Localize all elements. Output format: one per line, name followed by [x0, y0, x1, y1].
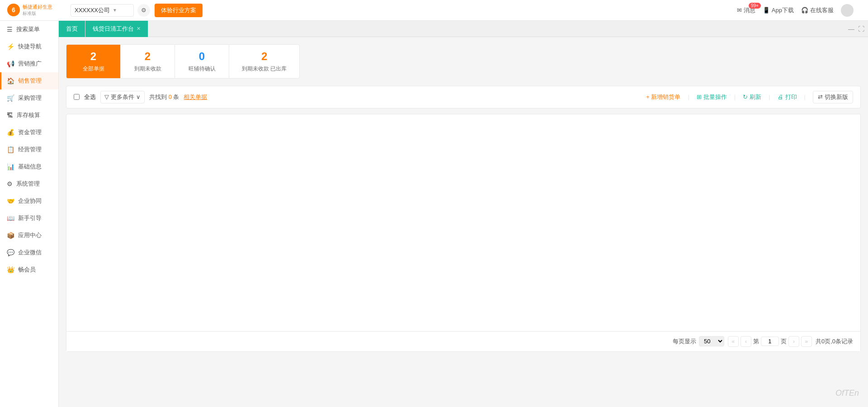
page-size-selector: 每页显示 50 20 100 — [673, 336, 724, 346]
online-service-label: 在线客服 — [810, 6, 834, 14]
sidebar-icon-wechat: 💬 — [7, 249, 14, 256]
sidebar-label-shortcut: 快捷导航 — [18, 42, 42, 51]
sidebar-icon-marketing: 📢 — [7, 60, 14, 67]
sidebar-label-enterprise: 企业协同 — [18, 197, 42, 205]
first-page-button[interactable]: « — [728, 336, 739, 347]
sidebar-icon-sales: 🏠 — [7, 77, 14, 84]
select-all-checkbox[interactable] — [74, 94, 80, 100]
sidebar-icon-appstore: 📦 — [7, 232, 14, 239]
sidebar-item-member[interactable]: 👑 畅会员 — [0, 261, 58, 278]
tab-home-label: 首页 — [66, 25, 78, 33]
stat-pending-number: 0 — [188, 50, 216, 63]
page-size-select[interactable]: 50 20 100 — [699, 336, 724, 346]
stat-overdue-unpaid[interactable]: 2 到期未收款 — [121, 45, 175, 78]
sidebar-item-marketing[interactable]: 📢 营销推广 — [0, 55, 58, 72]
sidebar-icon-inventory: 🏗 — [7, 112, 13, 119]
experience-button[interactable]: 体验行业方案 — [155, 4, 203, 17]
filter-label: 更多条件 — [111, 93, 134, 101]
sidebar-icon-system: ⚙ — [7, 180, 13, 187]
stat-all-number: 2 — [79, 50, 108, 63]
stat-all[interactable]: 2 全部单据 — [66, 45, 121, 78]
last-page-button[interactable]: » — [801, 336, 812, 347]
page-label-end: 页 — [781, 337, 787, 346]
batch-operation-button[interactable]: ⊞ 批量操作 — [697, 93, 727, 101]
user-avatar[interactable] — [841, 4, 854, 17]
stat-pending-label: 旺辅待确认 — [188, 65, 216, 73]
message-icon: ✉ — [737, 7, 742, 14]
settings-button[interactable]: ⚙ — [137, 4, 150, 17]
sidebar-item-finance[interactable]: 💰 资金管理 — [0, 124, 58, 141]
stat-all-label: 全部单据 — [79, 65, 108, 73]
sidebar-label-sales: 销售管理 — [18, 77, 42, 85]
sidebar-label-finance: 资金管理 — [18, 128, 42, 136]
sidebar-label-search: 搜索菜单 — [16, 25, 40, 33]
sidebar-item-guide[interactable]: 📖 新手引导 — [0, 210, 58, 227]
toolbar-left: 全选 ▽ 更多条件 ∨ 共找到 0 条 相关单据 — [74, 91, 641, 103]
switch-version-button[interactable]: ⇄ 切换新版 — [813, 91, 853, 103]
sidebar-item-shortcut[interactable]: ⚡ 快捷导航 — [0, 38, 58, 55]
app-download-button[interactable]: 📱 App下载 — [763, 6, 794, 14]
sidebar-item-appstore[interactable]: 📦 应用中心 — [0, 227, 58, 244]
logo-area: 6 畅捷通好生意 标准版 — [7, 4, 66, 16]
sidebar-item-inventory[interactable]: 🏗 库存核算 — [0, 107, 58, 124]
tab-expand-icon[interactable]: ⛶ — [858, 25, 864, 33]
stats-cards: 2 全部单据 2 到期未收款 0 旺辅待确认 2 到期未收款 已出库 — [66, 44, 300, 79]
sidebar-icon-purchase: 🛒 — [7, 94, 14, 102]
header-right: ✉ 消息 99+ 📱 App下载 🎧 在线客服 — [737, 4, 861, 17]
sidebar-label-inventory: 库存核算 — [17, 111, 40, 119]
pagination: 每页显示 50 20 100 « ‹ 第 页 › » 共0页,0条记录 — [66, 331, 860, 351]
online-service-button[interactable]: 🎧 在线客服 — [801, 6, 834, 14]
filter-button[interactable]: ▽ 更多条件 ∨ — [100, 91, 145, 103]
sidebar-item-search[interactable]: ☰ 搜索菜单 — [0, 21, 58, 38]
found-text: 共找到 0 条 — [149, 93, 179, 101]
stat-overdue-label: 到期未收款 — [133, 65, 162, 73]
sidebar-icon-member: 👑 — [7, 266, 14, 273]
sidebar-item-enterprise[interactable]: 🤝 企业协同 — [0, 192, 58, 210]
sidebar-item-basic[interactable]: 📊 基础信息 — [0, 158, 58, 175]
stat-overdue-number: 2 — [133, 50, 162, 63]
page-input[interactable] — [761, 337, 779, 346]
prev-page-button[interactable]: ‹ — [741, 336, 751, 347]
company-selector[interactable]: XXXXXX公司 ▼ — [71, 4, 134, 17]
message-button[interactable]: ✉ 消息 99+ — [737, 6, 755, 14]
tab-close-icon[interactable]: ✕ — [137, 26, 141, 32]
refresh-icon: ↻ — [743, 94, 748, 100]
sidebar-item-operation[interactable]: 📋 经营管理 — [0, 141, 58, 158]
filter-chevron-icon: ∨ — [136, 94, 141, 100]
refresh-button[interactable]: ↻ 刷新 — [743, 93, 761, 101]
top-header: 6 畅捷通好生意 标准版 XXXXXX公司 ▼ ⚙ 体验行业方案 ✉ 消息 99… — [0, 0, 868, 21]
new-sale-button[interactable]: + 新增销货单 — [646, 93, 680, 101]
sidebar-label-guide: 新手引导 — [18, 214, 42, 222]
sidebar-item-system[interactable]: ⚙ 系统管理 — [0, 175, 58, 192]
page-label: 第 — [753, 337, 759, 346]
tab-cashflow[interactable]: 钱货日清工作台 ✕ — [85, 21, 148, 37]
sidebar-icon-search: ☰ — [7, 26, 13, 33]
print-button[interactable]: 🖨 打印 — [778, 93, 797, 101]
sidebar: ☰ 搜索菜单 ⚡ 快捷导航 📢 营销推广 🏠 销售管理 🛒 采购管理 🏗 库存核… — [0, 21, 59, 407]
next-page-button[interactable]: › — [788, 336, 799, 347]
sidebar-item-purchase[interactable]: 🛒 采购管理 — [0, 89, 58, 107]
tab-home[interactable]: 首页 — [59, 21, 85, 37]
sidebar-icon-basic: 📊 — [7, 163, 14, 170]
toolbar: 全选 ▽ 更多条件 ∨ 共找到 0 条 相关单据 + 新增销货单 | ⊞ 批量操… — [66, 86, 861, 108]
message-badge: 99+ — [749, 3, 761, 9]
stat-overdue-not-out[interactable]: 2 到期未收款 已出库 — [229, 45, 299, 78]
sidebar-label-purchase: 采购管理 — [18, 94, 42, 102]
stat-pending-confirm[interactable]: 0 旺辅待确认 — [175, 45, 229, 78]
tab-bar: 首页 钱货日清工作台 ✕ — ⛶ — [59, 21, 868, 37]
content-area: 每页显示 50 20 100 « ‹ 第 页 › » 共0页,0条记录 — [66, 114, 861, 352]
download-icon: 📱 — [763, 7, 770, 14]
filter-icon: ▽ — [104, 94, 109, 100]
page-size-label: 每页显示 — [673, 337, 696, 346]
related-records-link[interactable]: 相关单据 — [184, 93, 207, 101]
sidebar-item-wechat[interactable]: 💬 企业微信 — [0, 244, 58, 261]
service-icon: 🎧 — [801, 7, 808, 14]
sidebar-item-sales[interactable]: 🏠 销售管理 — [0, 72, 58, 89]
sidebar-icon-enterprise: 🤝 — [7, 197, 14, 205]
sidebar-label-member: 畅会员 — [18, 266, 36, 274]
table-empty-area — [66, 114, 860, 331]
tab-minimize-icon[interactable]: — — [848, 25, 854, 33]
sidebar-label-appstore: 应用中心 — [18, 231, 42, 239]
sidebar-label-basic: 基础信息 — [18, 163, 42, 171]
tab-cashflow-label: 钱货日清工作台 — [93, 25, 134, 33]
